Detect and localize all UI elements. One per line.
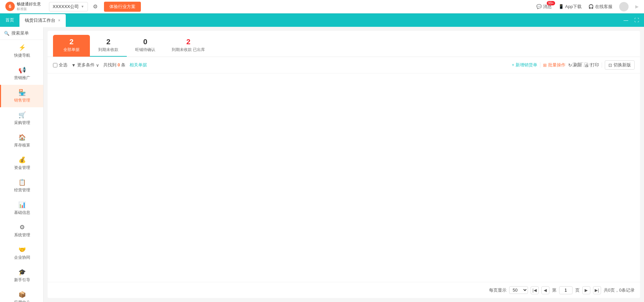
- batch-ops-button[interactable]: ⊞ 批量操作: [543, 62, 566, 68]
- sidebar-item-operations[interactable]: 📋 经营管理: [0, 175, 43, 197]
- basic-info-icon: 📊: [18, 201, 26, 208]
- stat-tab-pending[interactable]: 0 旺铺待确认: [127, 35, 164, 57]
- nav-tabs: 首页 钱货日清工作台 × — ⛶: [0, 13, 644, 27]
- page-prefix-label: 第: [552, 287, 556, 293]
- close-tab-icon[interactable]: ×: [58, 18, 60, 23]
- last-page-button[interactable]: ▶|: [593, 286, 601, 294]
- message-icon: 💬: [536, 4, 542, 9]
- sales-icon: 🏪: [18, 89, 26, 96]
- select-all-input[interactable]: [53, 63, 57, 67]
- total-records-label: 共0页，0条记录: [604, 287, 635, 293]
- company-name: XXXXXX公司: [53, 4, 79, 10]
- settings-button[interactable]: ⚙: [91, 2, 100, 11]
- first-page-button[interactable]: |◀: [531, 286, 539, 294]
- stat-tab-shipped[interactable]: 2 到期未收款 已出库: [164, 35, 213, 57]
- stat-num-overdue: 2: [106, 38, 110, 46]
- top-right-area: 💬 消息 99+ 📱 App下载 🎧 在线客服 ▶: [536, 2, 639, 11]
- message-button[interactable]: 💬 消息 99+: [536, 4, 552, 10]
- purchase-icon: 🛒: [18, 111, 26, 119]
- filter-icon: ▼: [71, 63, 76, 68]
- content-area: 2 全部单据 2 到期未收款 0 旺铺待确认 2 到期未收款 已出库: [44, 27, 644, 302]
- maximize-button[interactable]: ⛶: [633, 16, 641, 24]
- content-inner: 2 全部单据 2 到期未收款 0 旺铺待确认 2 到期未收款 已出库: [48, 31, 640, 298]
- logo-icon: 6: [5, 2, 15, 11]
- sidebar-item-marketing[interactable]: 📢 营销推广: [0, 62, 43, 85]
- toolbar-right: + 新增销货单 ⊞ 批量操作 ↻ 刷新 🖨 打印: [512, 60, 635, 70]
- toolbar-left: 全选 ▼ 更多条件 ∨ 共找到 0 条 相关单据: [53, 62, 508, 68]
- sidebar-item-app-center[interactable]: 📦 应用中心: [0, 287, 43, 302]
- switch-icon: ⊡: [608, 63, 612, 68]
- found-text: 共找到 0 条: [103, 62, 125, 68]
- sidebar-search[interactable]: 🔍 搜索菜单: [0, 27, 43, 40]
- service-icon: 🎧: [588, 4, 594, 9]
- home-tab[interactable]: 首页: [0, 13, 19, 27]
- stats-tabs: 2 全部单据 2 到期未收款 0 旺铺待确认 2 到期未收款 已出库: [48, 31, 640, 57]
- capital-icon: 💰: [18, 156, 26, 164]
- sidebar-item-newbie[interactable]: 🎓 新手引导: [0, 264, 43, 287]
- top-bar: 6 畅捷通好生意 标准版 XXXXXX公司 ▼ ⚙ 体验行业方案 💬 消息 99…: [0, 0, 644, 13]
- divider-1: [540, 62, 540, 68]
- search-icon: 🔍: [4, 31, 9, 36]
- found-count: 0: [118, 62, 120, 67]
- refresh-button[interactable]: ↻ 刷新: [568, 62, 582, 68]
- filter-dropdown-icon: ∨: [96, 63, 99, 68]
- stat-num-shipped: 2: [186, 38, 191, 46]
- next-page-button[interactable]: ▶: [582, 286, 590, 294]
- print-button[interactable]: 🖨 打印: [585, 62, 599, 68]
- main-layout: 🔍 搜索菜单 ⚡ 快捷导航 📢 营销推广 🏪 销售管理 🛒 采购管理 🏠 库存核…: [0, 27, 644, 302]
- app-title: 畅捷通好生意: [17, 2, 41, 6]
- marketing-icon: 📢: [18, 66, 26, 74]
- user-name[interactable]: ▶: [635, 4, 639, 9]
- company-selector[interactable]: XXXXXX公司 ▼: [49, 2, 88, 11]
- inventory-icon: 🏠: [18, 134, 26, 141]
- dropdown-arrow-icon: ▼: [81, 5, 84, 8]
- sidebar-item-inventory[interactable]: 🏠 库存核算: [0, 130, 43, 152]
- stat-label-all: 全部单据: [63, 47, 79, 53]
- tab-controls: — ⛶: [622, 16, 644, 24]
- divider-2: [602, 62, 602, 68]
- download-icon: 📱: [558, 4, 564, 9]
- user-avatar[interactable]: [619, 2, 629, 11]
- batch-icon: ⊞: [543, 63, 547, 68]
- filter-button[interactable]: ▼ 更多条件 ∨: [71, 62, 99, 68]
- stat-num-all: 2: [69, 38, 73, 46]
- app-center-icon: 📦: [18, 291, 26, 298]
- pagination-bar: 每页显示 50 100 200 |◀ ◀ 第 页 ▶ ▶| 共0页，0条记录: [48, 282, 640, 298]
- system-icon: ⚙: [19, 224, 25, 231]
- stat-tab-overdue[interactable]: 2 到期未收款: [90, 35, 127, 57]
- select-all-checkbox[interactable]: 全选: [53, 62, 67, 68]
- workbench-tab[interactable]: 钱货日清工作台 ×: [19, 14, 66, 27]
- sidebar-item-purchase[interactable]: 🛒 采购管理: [0, 107, 43, 130]
- minimize-button[interactable]: —: [622, 16, 630, 24]
- related-orders-link[interactable]: 相关单据: [129, 62, 147, 68]
- sidebar: 🔍 搜索菜单 ⚡ 快捷导航 📢 营销推广 🏪 销售管理 🛒 采购管理 🏠 库存核…: [0, 27, 44, 302]
- sidebar-item-capital[interactable]: 💰 资金管理: [0, 152, 43, 175]
- stat-tab-all[interactable]: 2 全部单据: [53, 35, 90, 57]
- refresh-icon: ↻: [568, 63, 572, 68]
- quick-nav-icon: ⚡: [18, 44, 26, 51]
- logo-area: 6 畅捷通好生意 标准版: [5, 2, 49, 11]
- per-page-select[interactable]: 50 100 200: [509, 286, 528, 294]
- empty-table-area: [48, 73, 640, 282]
- newbie-icon: 🎓: [18, 268, 26, 276]
- print-icon: 🖨: [585, 63, 589, 68]
- prev-page-button[interactable]: ◀: [541, 286, 549, 294]
- toolbar: 全选 ▼ 更多条件 ∨ 共找到 0 条 相关单据 + 新增销货单: [48, 57, 640, 73]
- sidebar-item-sales[interactable]: 🏪 销售管理: [0, 85, 43, 107]
- sidebar-item-basic-info[interactable]: 📊 基础信息: [0, 197, 43, 220]
- switch-version-button[interactable]: ⊡ 切换新版: [605, 60, 635, 70]
- sidebar-item-system[interactable]: ⚙ 系统管理: [0, 220, 43, 242]
- app-subtitle: 标准版: [17, 7, 41, 11]
- app-download-button[interactable]: 📱 App下载: [558, 4, 582, 10]
- online-service-button[interactable]: 🎧 在线客服: [588, 4, 612, 10]
- page-suffix-label: 页: [575, 287, 580, 293]
- trial-button[interactable]: 体验行业方案: [104, 2, 141, 12]
- add-order-button[interactable]: + 新增销货单: [512, 62, 537, 68]
- stat-label-shipped: 到期未收款 已出库: [172, 47, 205, 53]
- message-badge: 99+: [547, 1, 555, 5]
- sidebar-item-quick-nav[interactable]: ⚡ 快捷导航: [0, 40, 43, 62]
- operations-icon: 📋: [18, 179, 26, 186]
- sidebar-item-enterprise-coop[interactable]: 🤝 企业协同: [0, 242, 43, 264]
- page-number-input[interactable]: [559, 286, 573, 294]
- stat-num-pending: 0: [143, 38, 147, 46]
